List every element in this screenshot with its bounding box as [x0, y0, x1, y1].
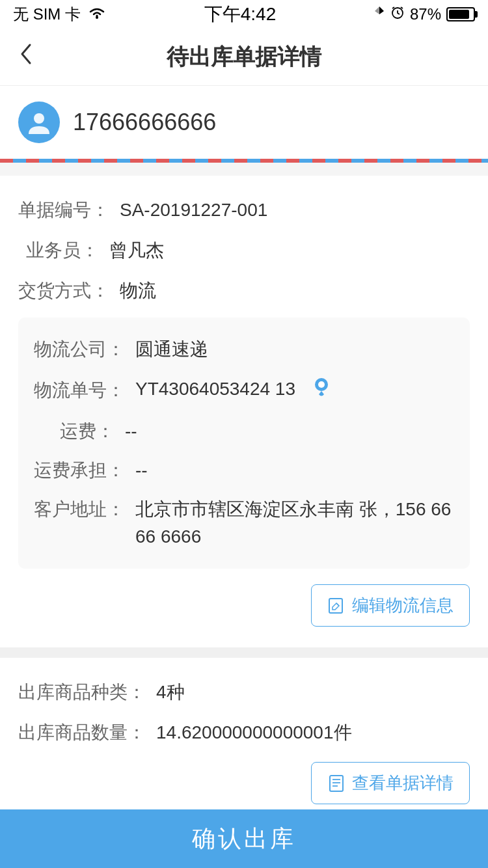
view-details-button-wrap: 查看单据详情 — [18, 762, 470, 804]
logistics-card: 物流公司： 圆通速递 物流单号： YT43064053424 13 运费： -- — [18, 318, 470, 569]
location-pin-icon[interactable] — [310, 375, 333, 406]
customer-avatar — [18, 102, 60, 143]
goods-section: 出库商品种类： 4种 出库商品数量： 14.620000000000001件 查… — [0, 658, 488, 825]
battery-icon — [446, 7, 475, 21]
doc-number-value: SA-20191227-001 — [120, 197, 470, 224]
status-bar-right: 87% — [373, 5, 475, 23]
confirm-button-label: 确认出库 — [192, 823, 296, 855]
freight-bearer-row: 运费承担： -- — [34, 457, 454, 484]
customer-header: 17666666666 — [0, 86, 488, 159]
goods-quantity-value: 14.620000000000001件 — [156, 719, 470, 746]
goods-category-value: 4种 — [156, 679, 470, 706]
edit-logistics-button-wrap: 编辑物流信息 — [18, 584, 470, 627]
customer-phone: 17666666666 — [73, 109, 216, 136]
basic-info-section: 单据编号： SA-20191227-001 业务员： 曾凡杰 交货方式： 物流 … — [0, 176, 488, 647]
doc-number-row: 单据编号： SA-20191227-001 — [18, 197, 470, 224]
status-bar: 无 SIM 卡 下午4:42 87% — [0, 0, 488, 29]
delivery-method-value: 物流 — [120, 277, 470, 305]
battery-percentage: 87% — [410, 5, 441, 23]
page-title: 待出库单据详情 — [167, 42, 321, 72]
view-details-button[interactable]: 查看单据详情 — [311, 762, 470, 804]
freight-bearer-label: 运费承担： — [34, 457, 135, 484]
goods-category-label: 出库商品种类： — [18, 679, 156, 706]
sales-rep-value: 曾凡杰 — [109, 237, 470, 264]
view-details-label: 查看单据详情 — [352, 772, 454, 794]
logistics-company-value: 圆通速递 — [135, 336, 454, 363]
alarm-icon — [390, 5, 405, 23]
svg-point-0 — [96, 16, 98, 19]
address-label: 客户地址： — [34, 496, 135, 523]
tracking-value: YT43064053424 13 — [135, 375, 454, 406]
address-row: 客户地址： 北京市市辖区海淀区永丰南 张，156 6666 6666 — [34, 496, 454, 550]
freight-value: -- — [125, 418, 454, 445]
status-bar-time: 下午4:42 — [204, 2, 277, 27]
wifi-icon — [87, 5, 107, 23]
edit-logistics-button[interactable]: 编辑物流信息 — [311, 584, 470, 627]
confirm-button[interactable]: 确认出库 — [0, 809, 488, 868]
svg-point-4 — [318, 381, 325, 388]
svg-rect-6 — [330, 776, 343, 791]
edit-logistics-label: 编辑物流信息 — [352, 594, 454, 617]
goods-quantity-row: 出库商品数量： 14.620000000000001件 — [18, 719, 470, 746]
freight-label: 运费： — [34, 418, 125, 445]
tracking-label: 物流单号： — [34, 377, 135, 404]
logistics-company-row: 物流公司： 圆通速递 — [34, 336, 454, 363]
goods-category-row: 出库商品种类： 4种 — [18, 679, 470, 706]
status-bar-left: 无 SIM 卡 — [13, 4, 107, 25]
sales-rep-label: 业务员： — [18, 237, 109, 264]
svg-rect-5 — [329, 599, 342, 613]
address-value: 北京市市辖区海淀区永丰南 张，156 6666 6666 — [135, 496, 454, 550]
dashed-divider — [0, 159, 488, 163]
svg-point-2 — [34, 113, 44, 124]
location-service-icon — [373, 5, 385, 23]
freight-row: 运费： -- — [34, 418, 454, 445]
nav-bar: 待出库单据详情 — [0, 29, 488, 86]
tracking-row: 物流单号： YT43064053424 13 — [34, 375, 454, 406]
doc-number-label: 单据编号： — [18, 197, 120, 224]
back-button[interactable] — [18, 41, 34, 73]
delivery-method-row: 交货方式： 物流 — [18, 277, 470, 305]
freight-bearer-value: -- — [135, 457, 454, 484]
goods-quantity-label: 出库商品数量： — [18, 719, 156, 746]
sales-rep-row: 业务员： 曾凡杰 — [18, 237, 470, 264]
section-divider — [0, 647, 488, 658]
logistics-company-label: 物流公司： — [34, 336, 135, 363]
edit-icon — [327, 597, 346, 615]
doc-icon — [327, 774, 346, 793]
carrier-label: 无 SIM 卡 — [13, 4, 81, 25]
delivery-method-label: 交货方式： — [18, 277, 120, 305]
